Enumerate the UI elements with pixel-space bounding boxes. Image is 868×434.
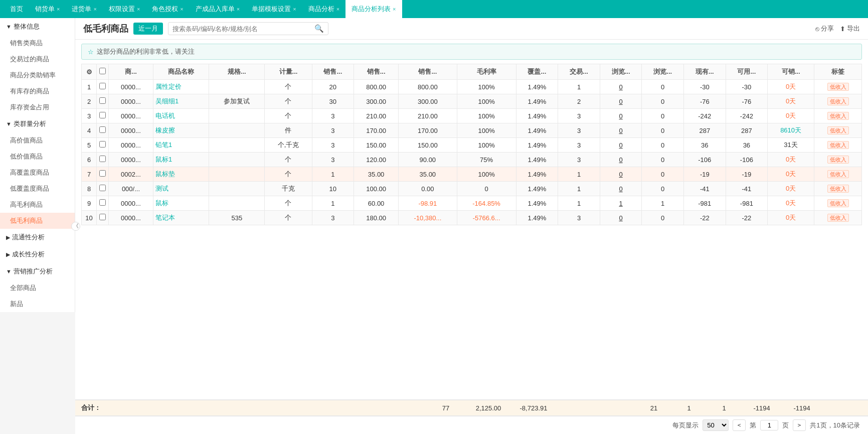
row-name[interactable]: 测试	[153, 182, 209, 196]
row-name[interactable]: 笔记本	[153, 211, 209, 225]
select-all-checkbox[interactable]	[99, 68, 106, 74]
sidebar-item-sales-products[interactable]: 销售类商品	[0, 35, 75, 51]
row-select-checkbox[interactable]	[99, 97, 106, 104]
filter-button[interactable]: 近一月	[133, 23, 163, 35]
nav-product-analysis-list[interactable]: 商品分析列表 ×	[345, 0, 402, 18]
row-views1[interactable]: 1	[600, 196, 642, 211]
col-sales-qty[interactable]: 销售...	[312, 64, 354, 80]
sidebar-group-cluster-analysis[interactable]: ▼ 类群量分析	[0, 115, 75, 132]
sidebar-item-all-products[interactable]: 全部商品	[0, 280, 75, 296]
col-views2[interactable]: 浏览...	[642, 64, 684, 80]
row-name[interactable]: 橡皮擦	[153, 123, 209, 138]
settings-icon[interactable]: ⚙	[86, 68, 92, 76]
sidebar-item-stocked-products[interactable]: 有库存的商品	[0, 83, 75, 99]
nav-home[interactable]: 首页	[4, 0, 29, 18]
table-wrapper[interactable]: ⚙ 商... 商品名称 规格... 计量... 销售... 销售... 销售..…	[75, 64, 868, 399]
col-tag[interactable]: 标签	[814, 64, 862, 80]
sidebar-item-traded-products[interactable]: 交易过的商品	[0, 51, 75, 67]
sidebar-group-overview[interactable]: ▼ 整体信息	[0, 18, 75, 35]
nav-product-analysis[interactable]: 商品分析 ×	[302, 0, 345, 18]
nav-sales-order[interactable]: 销货单 ×	[29, 0, 66, 18]
col-spec[interactable]: 规格...	[209, 64, 265, 80]
row-select-checkbox[interactable]	[99, 170, 106, 177]
sidebar-item-low-coverage[interactable]: 低覆盖度商品	[0, 181, 75, 197]
col-checkbox[interactable]	[97, 64, 109, 80]
row-checkbox[interactable]	[97, 182, 109, 196]
col-available[interactable]: 可用...	[726, 64, 768, 80]
row-select-checkbox[interactable]	[99, 126, 106, 133]
col-code[interactable]: 商...	[109, 64, 153, 80]
nav-product-stock[interactable]: 产成品入库单 ×	[190, 0, 246, 18]
row-checkbox[interactable]	[97, 138, 109, 153]
row-checkbox[interactable]	[97, 94, 109, 109]
col-unit[interactable]: 计量...	[265, 64, 312, 80]
row-select-checkbox[interactable]	[99, 185, 106, 191]
col-sellable[interactable]: 可销...	[768, 64, 814, 80]
nav-permission[interactable]: 权限设置 ×	[103, 0, 146, 18]
sidebar-item-high-coverage[interactable]: 高覆盖度商品	[0, 165, 75, 181]
row-name[interactable]: 鼠标	[153, 196, 209, 211]
current-page-input[interactable]	[760, 420, 778, 430]
row-select-checkbox[interactable]	[99, 214, 106, 220]
sidebar-item-category-sales-rate[interactable]: 商品分类助销率	[0, 67, 75, 83]
sidebar-item-high-value[interactable]: 高价值商品	[0, 132, 75, 149]
nav-role-auth[interactable]: 角色授权 ×	[146, 0, 189, 18]
row-checkbox[interactable]	[97, 80, 109, 94]
sidebar-item-stock-capital[interactable]: 库存资金占用	[0, 99, 75, 115]
row-checkbox[interactable]	[97, 109, 109, 123]
row-checkbox[interactable]	[97, 211, 109, 225]
row-views1[interactable]: 0	[600, 167, 642, 182]
row-views1[interactable]: 0	[600, 80, 642, 94]
close-icon[interactable]: ×	[93, 6, 96, 12]
close-icon[interactable]: ×	[393, 6, 396, 12]
col-views1[interactable]: 浏览...	[600, 64, 642, 80]
next-page-button[interactable]: ＞	[793, 419, 806, 431]
col-sales-profit[interactable]: 销售...	[399, 64, 457, 80]
sidebar-group-liquidity[interactable]: ▶ 流通性分析	[0, 229, 75, 246]
row-views1[interactable]: 0	[600, 211, 642, 225]
col-sales-price[interactable]: 销售...	[354, 64, 399, 80]
row-views1[interactable]: 0	[600, 109, 642, 123]
per-page-select[interactable]: 50 20 100	[703, 419, 729, 431]
row-name[interactable]: 铅笔1	[153, 138, 209, 153]
col-current-stock[interactable]: 现有...	[683, 64, 726, 80]
sidebar-group-growth[interactable]: ▶ 成长性分析	[0, 246, 75, 263]
prev-page-button[interactable]: ＜	[733, 419, 746, 431]
sidebar-group-marketing[interactable]: ▼ 营销推广分析	[0, 263, 75, 280]
row-views1[interactable]: 0	[600, 138, 642, 153]
sidebar-item-low-margin[interactable]: 低毛利商品	[0, 213, 75, 229]
row-checkbox[interactable]	[97, 123, 109, 138]
sidebar-item-new-products[interactable]: 新品	[0, 296, 75, 312]
col-transaction[interactable]: 交易...	[558, 64, 600, 80]
col-name[interactable]: 商品名称	[153, 64, 209, 80]
sidebar-collapse-button[interactable]: 《	[71, 222, 80, 231]
col-coverage[interactable]: 覆盖...	[516, 64, 558, 80]
close-icon[interactable]: ×	[57, 6, 60, 12]
row-views1[interactable]: 0	[600, 153, 642, 167]
nav-purchase-order[interactable]: 进货单 ×	[66, 0, 102, 18]
row-name[interactable]: 鼠标1	[153, 153, 209, 167]
row-name[interactable]: 电话机	[153, 109, 209, 123]
sidebar-item-high-margin[interactable]: 高毛利商品	[0, 197, 75, 213]
row-name[interactable]: 吴细细1	[153, 94, 209, 109]
close-icon[interactable]: ×	[237, 6, 240, 12]
search-input[interactable]	[172, 25, 314, 33]
row-views1[interactable]: 0	[600, 123, 642, 138]
share-button[interactable]: ⎋ 分享	[815, 24, 834, 33]
close-icon[interactable]: ×	[293, 6, 296, 12]
row-select-checkbox[interactable]	[99, 156, 106, 162]
export-button[interactable]: ⬆ 导出	[840, 24, 860, 33]
close-icon[interactable]: ×	[180, 6, 183, 12]
close-icon[interactable]: ×	[137, 6, 140, 12]
search-icon[interactable]: 🔍	[314, 24, 324, 33]
row-select-checkbox[interactable]	[99, 141, 106, 148]
row-select-checkbox[interactable]	[99, 112, 106, 118]
nav-template-settings[interactable]: 单据模板设置 ×	[246, 0, 302, 18]
col-gross-rate[interactable]: 毛利率	[457, 64, 516, 80]
row-checkbox[interactable]	[97, 196, 109, 211]
row-checkbox[interactable]	[97, 167, 109, 182]
row-views1[interactable]: 0	[600, 94, 642, 109]
row-name[interactable]: 属性定价	[153, 80, 209, 94]
row-checkbox[interactable]	[97, 153, 109, 167]
row-name[interactable]: 鼠标垫	[153, 167, 209, 182]
